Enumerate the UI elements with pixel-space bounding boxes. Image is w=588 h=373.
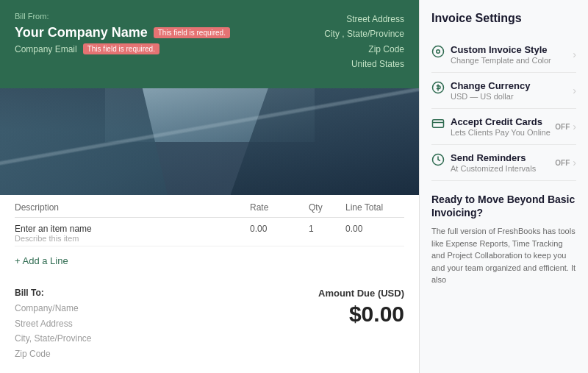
item-qty: 1 [309,224,345,243]
settings-item-right-0: › [573,49,576,60]
settings-item-change-currency[interactable]: Change Currency USD — US dollar › [431,73,576,109]
settings-item-right-2[interactable]: OFF › [555,121,576,132]
upsell-title: Ready to Move Beyond Basic Invoicing? [431,193,576,219]
add-line-button[interactable]: + Add a Line [15,246,404,275]
settings-item-sub-0: Change Template and Color [451,56,551,65]
settings-item-title-2: Accept Credit Cards [451,116,551,127]
settings-item-title-0: Custom Invoice Style [451,44,551,55]
settings-item-right-3[interactable]: OFF › [555,157,576,168]
settings-item-left-3: Send Reminders At Customized Intervals [431,152,536,173]
company-email-label: Company Email [15,44,77,54]
settings-item-left-2: Accept Credit Cards Lets Clients Pay You… [431,116,551,137]
building-sim [0,88,419,195]
settings-item-left-0: Custom Invoice Style Change Template and… [431,44,551,65]
svg-point-0 [433,46,444,57]
company-email-required-badge: This field is required. [83,43,159,54]
table-row: Enter an item name Describe this item 0.… [15,218,404,246]
chevron-right-icon-3: › [573,157,576,168]
amount-box: Amount Due (USD) $0.00 [318,288,404,361]
amount-due-section: Amount Due (USD) $0.00 [318,288,404,361]
table-header: Description Rate Qty Line Total [15,195,404,218]
settings-item-sub-1: USD — US dollar [451,92,530,101]
col-description-header: Description [15,202,250,213]
upsell-text: The full version of FreshBooks has tools… [431,225,576,286]
col-line-total-header: Line Total [345,202,404,213]
settings-item-accept-credit-cards[interactable]: Accept Credit Cards Lets Clients Pay You… [431,109,576,145]
item-line-total: 0.00 [345,224,404,243]
col-qty-header: Qty [309,202,345,213]
bill-from-header: Bill From: Your Company Name This field … [0,0,419,88]
settings-item-send-reminders[interactable]: Send Reminders At Customized Intervals O… [431,145,576,181]
settings-item-left-1: Change Currency USD — US dollar [431,80,530,101]
chevron-right-icon-0: › [573,49,576,60]
chevron-right-icon-2: › [573,121,576,132]
bill-to-street: Street Address [15,316,91,331]
upsell-section: Ready to Move Beyond Basic Invoicing? Th… [431,193,576,286]
toggle-off-label-2: OFF [555,123,570,131]
company-email-row: Company Email This field is required. [15,43,230,54]
invoice-settings-title: Invoice Settings [431,12,576,25]
bill-to-zip: Zip Code [15,347,91,361]
settings-item-text-1: Change Currency USD — US dollar [451,80,530,101]
settings-item-text-0: Custom Invoice Style Change Template and… [451,44,551,65]
bill-to-label: Bill To: [15,288,91,298]
address-line2: City , State/Province [324,26,404,41]
address-line4: United States [324,57,404,71]
bill-to-company: Company/Name [15,301,91,316]
credit-card-icon [431,117,445,130]
clock-icon [431,153,445,166]
settings-item-sub-2: Lets Clients Pay You Online [451,128,551,137]
hero-image-inner [0,88,419,195]
settings-item-text-2: Accept Credit Cards Lets Clients Pay You… [451,116,551,137]
item-desc: Describe this item [15,234,250,243]
palette-icon [431,45,445,58]
bill-from-left: Bill From: Your Company Name This field … [15,12,230,54]
bill-from-address: Street Address City , State/Province Zip… [324,12,404,72]
settings-item-right-1: › [573,85,576,96]
company-name-required-badge: This field is required. [154,27,230,38]
bill-to-address: Company/Name Street Address City, State/… [15,301,91,361]
address-line3: Zip Code [324,42,404,57]
toggle-off-label-3: OFF [555,159,570,167]
left-panel: Bill From: Your Company Name This field … [0,0,419,373]
bill-to-box: Bill To: Company/Name Street Address Cit… [15,288,91,361]
address-line1: Street Address [324,12,404,26]
right-panel: Invoice Settings Custom Invoice Style Ch… [419,0,588,373]
hero-image [0,88,419,195]
amount-due-label: Amount Due (USD) [318,288,404,299]
bill-to-section: Bill To: Company/Name Street Address Cit… [15,288,91,361]
item-description-cell: Enter an item name Describe this item [15,224,250,243]
settings-item-text-3: Send Reminders At Customized Intervals [451,152,536,173]
amount-due-value: $0.00 [318,302,404,327]
item-name: Enter an item name [15,224,250,234]
bill-from-label: Bill From: [15,12,230,21]
add-line-label: + Add a Line [15,255,68,266]
item-rate: 0.00 [250,224,309,243]
settings-item-custom-invoice-style[interactable]: Custom Invoice Style Change Template and… [431,37,576,73]
settings-item-title-1: Change Currency [451,80,530,91]
company-name-row: Your Company Name This field is required… [15,25,230,40]
settings-item-sub-3: At Customized Intervals [451,164,536,173]
currency-icon [431,81,445,94]
company-name: Your Company Name [15,25,148,40]
settings-item-title-3: Send Reminders [451,152,536,163]
bill-to-city: City, State/Province [15,331,91,346]
svg-point-1 [437,50,440,54]
invoice-table-section: Description Rate Qty Line Total Enter an… [0,195,419,288]
col-rate-header: Rate [250,202,309,213]
svg-rect-3 [433,120,444,128]
chevron-right-icon-1: › [573,85,576,96]
